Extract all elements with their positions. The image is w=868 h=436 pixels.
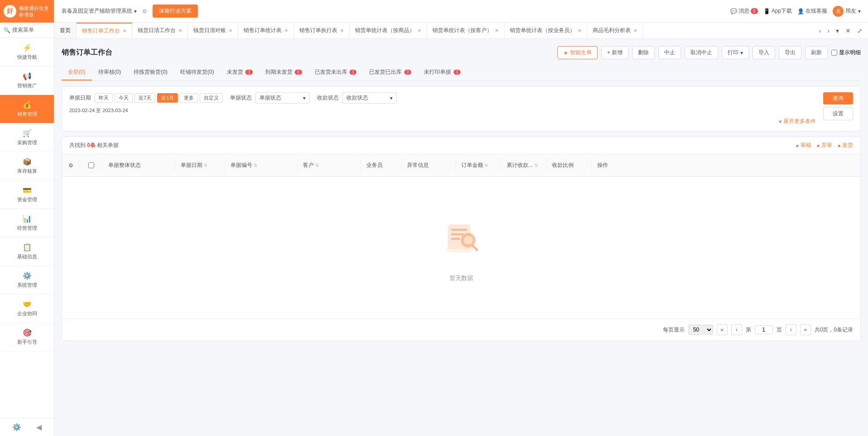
- export-button[interactable]: 导出: [779, 46, 801, 59]
- date-custom-btn[interactable]: 自定义: [200, 93, 223, 103]
- date-sort-icon[interactable]: ⇅: [204, 163, 207, 168]
- subtab-shipped-not-stocked[interactable]: 已发货未出库 0: [308, 65, 363, 81]
- th-number[interactable]: 单据编号 ⇅: [225, 158, 297, 173]
- tab-prev-icon[interactable]: ‹: [817, 26, 823, 35]
- date-7days-btn[interactable]: 近7天: [134, 93, 155, 103]
- tab-sales-by-product[interactable]: 销货单统计表（按商品） ✕: [350, 23, 427, 39]
- tab-sales-by-staff[interactable]: 销货单统计表（按业务员） ✕: [504, 23, 587, 39]
- tab-home[interactable]: 首页: [54, 23, 77, 39]
- expand-conditions-btn[interactable]: ▾ 展开更多条件: [779, 118, 816, 125]
- sidebar-item-marketing[interactable]: 📢 营销推广: [0, 66, 54, 95]
- select-all-checkbox[interactable]: [88, 162, 94, 168]
- topbar-gear-icon[interactable]: ⚙: [142, 8, 147, 14]
- industry-plan-button[interactable]: 体验行业方案: [153, 5, 198, 18]
- add-button[interactable]: + 新增: [601, 46, 628, 59]
- cancel-stop-button[interactable]: 取消中止: [685, 46, 718, 59]
- sidebar-item-inventory[interactable]: 📦 库存核算: [0, 152, 54, 180]
- collect-sort-icon[interactable]: ⇅: [534, 163, 538, 168]
- tab-close-sales-order[interactable]: ✕: [123, 28, 126, 33]
- tab-close-sales-stat[interactable]: ✕: [284, 28, 288, 33]
- subtab-wangpu[interactable]: 旺铺待发货(0): [174, 65, 221, 81]
- collapse-icon[interactable]: ◀: [36, 423, 42, 431]
- tab-close-by-staff[interactable]: ✕: [578, 28, 581, 33]
- message-link[interactable]: 💬 消息 6: [730, 7, 758, 15]
- online-service-link[interactable]: 👤 在线客服: [797, 7, 827, 15]
- stop-button[interactable]: 中止: [658, 46, 681, 59]
- tab-close-sales-exec[interactable]: ✕: [340, 28, 344, 33]
- payment-select[interactable]: 收款状态 ▾: [342, 92, 397, 104]
- th-customer[interactable]: 客户 ⇅: [297, 158, 361, 173]
- th-collected[interactable]: 累计收款... ⇅: [501, 158, 547, 173]
- date-yesterday-btn[interactable]: 昨天: [95, 93, 113, 103]
- tab-cash-daily[interactable]: 钱货日清工作台 ✕: [132, 23, 188, 39]
- prev-page-btn[interactable]: ‹: [731, 324, 742, 335]
- date-1month-btn[interactable]: 近1月: [157, 93, 178, 103]
- unreview-action-btn[interactable]: ● 弃审: [817, 142, 832, 149]
- sidebar-item-guide[interactable]: 🎯 新手引导: [0, 323, 54, 351]
- th-checkbox[interactable]: [80, 158, 103, 173]
- tab-next-icon[interactable]: ›: [825, 26, 831, 35]
- subtab-all[interactable]: 全部(0): [62, 65, 92, 81]
- date-today-btn[interactable]: 今天: [115, 93, 133, 103]
- show-detail-checkbox[interactable]: 显示明细: [831, 49, 861, 57]
- tab-sales-exec[interactable]: 销售订单执行表 ✕: [294, 23, 350, 39]
- page-total-label: 页: [777, 326, 782, 334]
- sidebar-item-basic-info[interactable]: 📋 基础信息: [0, 237, 54, 266]
- ai-generate-button[interactable]: ★ 智能生单: [557, 46, 598, 59]
- th-settings[interactable]: ⚙: [62, 158, 80, 173]
- th-amount[interactable]: 订单金额 ⇅: [456, 158, 501, 173]
- subtab-pending-inspect[interactable]: 待拣货验货(0): [127, 65, 174, 81]
- tab-close-cash-reconcile[interactable]: ✕: [229, 28, 232, 33]
- sidebar-item-operations[interactable]: 📊 经营管理: [0, 209, 54, 237]
- num-sort-icon[interactable]: ⇅: [254, 163, 257, 168]
- tab-close-all-icon[interactable]: ✕: [844, 26, 853, 35]
- tab-close-by-customer[interactable]: ✕: [495, 28, 499, 33]
- tab-sales-by-customer[interactable]: 销货单统计表（按客户） ✕: [427, 23, 504, 39]
- tab-close-gross-margin[interactable]: ✕: [633, 28, 637, 33]
- user-menu[interactable]: 友 用友 ▾: [833, 6, 861, 17]
- status-select[interactable]: 单据状态 ▾: [255, 92, 310, 104]
- filter-setting-button[interactable]: 设置: [823, 107, 853, 120]
- sidebar-item-system[interactable]: ⚙️ 系统管理: [0, 266, 54, 294]
- subtab-not-printed[interactable]: 未打印单据 0: [417, 65, 467, 81]
- subtab-pending-review[interactable]: 待审核(0): [92, 65, 128, 81]
- tab-close-by-product[interactable]: ✕: [417, 28, 421, 33]
- app-download-link[interactable]: 📱 App下载: [763, 7, 792, 15]
- review-action-btn[interactable]: ● 审核: [796, 142, 811, 149]
- sidebar-item-sales[interactable]: 💰 销售管理: [0, 95, 54, 123]
- sidebar-item-quick-nav[interactable]: ⚡ 快捷导航: [0, 38, 54, 66]
- query-button[interactable]: 查询: [823, 92, 853, 104]
- refresh-button[interactable]: 刷新: [805, 46, 828, 59]
- subtab-shipped-stocked[interactable]: 已发货已出库 0: [363, 65, 417, 81]
- settings-icon[interactable]: ⚙️: [12, 423, 21, 431]
- customer-sort-icon[interactable]: ⇅: [315, 163, 319, 168]
- tab-sales-stat[interactable]: 销售订单统计表 ✕: [238, 23, 294, 39]
- sidebar-item-purchase[interactable]: 🛒 采购管理: [0, 123, 54, 152]
- subtab-expired[interactable]: 到期未发货 0: [259, 65, 308, 81]
- page-input[interactable]: [755, 325, 773, 334]
- tab-cash-reconcile[interactable]: 钱货日清对账 ✕: [188, 23, 238, 39]
- tab-more-icon[interactable]: ▾: [834, 26, 841, 35]
- ship-action-btn[interactable]: ● 发货: [838, 142, 853, 149]
- amount-sort-icon[interactable]: ⇅: [484, 163, 488, 168]
- last-page-btn[interactable]: »: [800, 324, 811, 335]
- first-page-btn[interactable]: «: [717, 324, 728, 335]
- tab-gross-margin[interactable]: 商品毛利分析表 ✕: [587, 23, 643, 39]
- subtab-not-shipped[interactable]: 未发货 0: [221, 65, 259, 81]
- date-more-btn[interactable]: 更多: [180, 93, 198, 103]
- sidebar-item-finance[interactable]: 💳 资金管理: [0, 180, 54, 209]
- show-detail-input[interactable]: [831, 50, 837, 56]
- delete-button[interactable]: 删除: [632, 46, 655, 59]
- next-page-btn[interactable]: ›: [786, 324, 796, 335]
- tab-sales-order[interactable]: 销售订单工作台 ✕: [77, 23, 132, 39]
- per-page-select[interactable]: 10 20 50 100: [688, 325, 713, 335]
- th-date[interactable]: 单据日期 ⇅: [175, 158, 225, 173]
- print-button[interactable]: 打印 ▾: [722, 46, 749, 59]
- sidebar-item-cooperation[interactable]: 🤝 企业协同: [0, 294, 54, 323]
- tab-maximize-icon[interactable]: ⤢: [855, 26, 864, 35]
- system-title-dropdown[interactable]: 装备及固定资产辅助管理系统 ▾: [62, 7, 137, 15]
- import-button[interactable]: 导入: [753, 46, 775, 59]
- tab-close-cash-daily[interactable]: ✕: [178, 28, 182, 33]
- table-scroll[interactable]: ⚙ 单据整体状态 单据日期 ⇅: [62, 154, 860, 318]
- sidebar-search[interactable]: 🔍 搜索菜单: [0, 23, 54, 38]
